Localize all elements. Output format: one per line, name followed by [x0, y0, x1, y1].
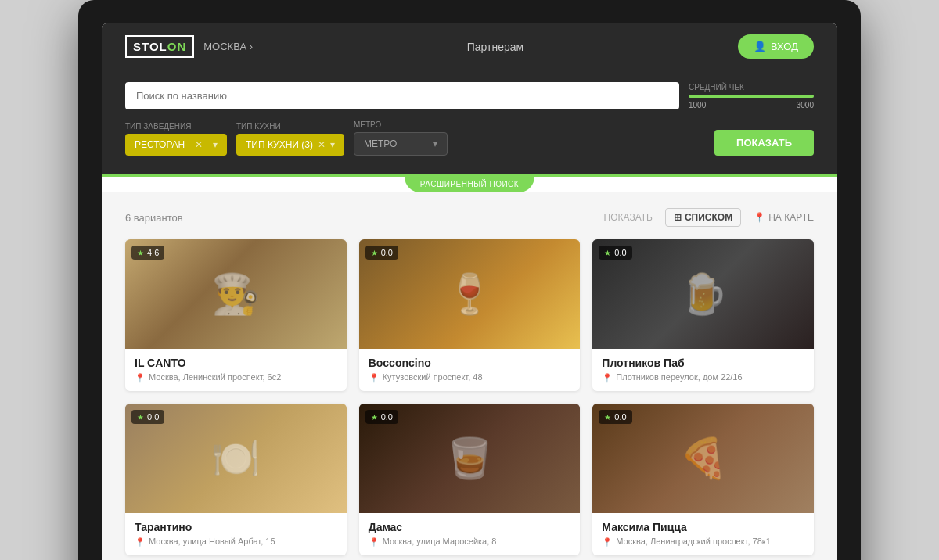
search-area: СРЕДНИЙ ЧЕК 1000 3000 ТИП ЗАВЕДЕНИЯ РЕСТ… — [102, 70, 837, 177]
map-pin-icon: 📍 — [754, 212, 765, 223]
card-info: Дамас 📍 Москва, улица Маросейка, 8 — [359, 513, 581, 555]
card-image-tarantino: 🍽️ ★ 0.0 — [125, 404, 347, 513]
card-damas[interactable]: 🥃 ★ 0.0 Дамас 📍 Москва, улица Маросейка,… — [359, 404, 581, 555]
price-max: 3000 — [797, 101, 814, 109]
filter-cuisine-group: ТИП КУХНИ ТИП КУХНИ (3) ✕ ▾ — [236, 122, 344, 156]
price-label: СРЕДНИЙ ЧЕК — [689, 83, 814, 92]
filter-type-label: ТИП ЗАВЕДЕНИЯ — [125, 122, 227, 131]
filter-metro-value: МЕТРО — [364, 138, 397, 149]
rating-value: 4.6 — [147, 248, 159, 257]
view-label: ПОКАЗАТЬ — [604, 212, 653, 223]
card-plotnikov[interactable]: 🍺 ★ 0.0 Плотников Паб 📍 Плотников переул… — [592, 239, 814, 391]
filter-cuisine-select[interactable]: ТИП КУХНИ (3) ✕ ▾ — [236, 134, 344, 156]
cards-grid: 👨‍🍳 ★ 4.6 IL CANTO 📍 Москва, Ленинский п… — [125, 239, 814, 555]
logo-area: STOLON МОСКВА › — [125, 35, 253, 58]
card-rating: ★ 0.0 — [599, 410, 631, 424]
card-info: Максима Пицца 📍 Москва, Ленинградский пр… — [592, 513, 814, 555]
nav-partners[interactable]: Партнерам — [467, 41, 523, 53]
filter-cuisine-clear[interactable]: ✕ — [318, 139, 326, 150]
card-info: IL CANTO 📍 Москва, Ленинский проспект, 6… — [125, 349, 347, 391]
address-text: Москва, Ленинский проспект, 6с2 — [149, 372, 281, 382]
results-count: 6 вариантов — [125, 212, 183, 224]
card-image-il-canto: 👨‍🍳 ★ 4.6 — [125, 239, 347, 349]
star-icon: ★ — [604, 413, 611, 422]
filter-type-select[interactable]: РЕСТОРАН ✕ ▾ — [125, 134, 227, 156]
card-info: Тарантино 📍 Москва, улица Новый Арбат, 1… — [125, 513, 347, 555]
card-tarantino[interactable]: 🍽️ ★ 0.0 Тарантино 📍 Москва, улица Новый… — [125, 404, 347, 555]
card-info: Bocconcino 📍 Кутузовский проспект, 48 — [359, 349, 581, 391]
card-rating: ★ 0.0 — [599, 246, 631, 260]
card-bocconcino[interactable]: 🍷 ★ 0.0 Bocconcino 📍 Кутузовский проспек… — [359, 239, 581, 391]
login-button[interactable]: 👤 ВХОД — [738, 34, 814, 59]
location-pin-icon: 📍 — [369, 373, 380, 383]
card-address: 📍 Москва, улица Новый Арбат, 15 — [135, 537, 337, 547]
results-header: 6 вариантов ПОКАЗАТЬ ⊞ СПИСКОМ 📍 НА КАРТ… — [125, 208, 814, 227]
view-map-label: НА КАРТЕ — [768, 212, 814, 223]
card-name: IL CANTO — [135, 357, 337, 369]
price-range-area: СРЕДНИЙ ЧЕК 1000 3000 — [689, 83, 814, 109]
filter-metro-select[interactable]: МЕТРО ▾ — [354, 132, 448, 156]
card-il-canto[interactable]: 👨‍🍳 ★ 4.6 IL CANTO 📍 Москва, Ленинский п… — [125, 239, 347, 391]
price-range-values: 1000 3000 — [689, 101, 814, 109]
card-rating: ★ 0.0 — [365, 410, 398, 424]
advanced-search-button[interactable]: РАСШИРЕННЫЙ ПОИСК — [405, 176, 534, 192]
card-address: 📍 Москва, Ленинский проспект, 6с2 — [135, 372, 337, 383]
card-name: Дамас — [369, 521, 571, 533]
card-info: Плотников Паб 📍 Плотников переулок, дом … — [592, 349, 814, 391]
rating-value: 0.0 — [614, 248, 626, 257]
filter-type-clear[interactable]: ✕ — [195, 139, 203, 150]
card-rating: ★ 0.0 — [365, 246, 398, 260]
login-label: ВХОД — [771, 41, 798, 52]
city-selector[interactable]: МОСКВА › — [203, 41, 253, 52]
price-min: 1000 — [689, 101, 706, 109]
chevron-down-icon-2: ▾ — [330, 139, 335, 150]
price-slider-track[interactable] — [689, 95, 814, 98]
card-maxima[interactable]: 🍕 ★ 0.0 Максима Пицца 📍 Москва, Ленингра… — [592, 404, 814, 555]
card-address: 📍 Кутузовский проспект, 48 — [369, 372, 571, 383]
card-name: Плотников Паб — [602, 357, 804, 369]
card-image-damas: 🥃 ★ 0.0 — [359, 404, 581, 513]
card-image-bocconcino: 🍷 ★ 0.0 — [359, 239, 581, 349]
star-icon: ★ — [371, 249, 378, 257]
address-text: Плотников переулок, дом 22/16 — [616, 372, 742, 382]
star-icon: ★ — [137, 413, 144, 422]
card-name: Тарантино — [135, 521, 337, 533]
address-text: Москва, улица Новый Арбат, 15 — [149, 537, 275, 546]
filter-type-group: ТИП ЗАВЕДЕНИЯ РЕСТОРАН ✕ ▾ — [125, 122, 227, 156]
address-text: Кутузовский проспект, 48 — [383, 372, 483, 382]
card-rating: ★ 4.6 — [131, 246, 164, 260]
card-address: 📍 Плотников переулок, дом 22/16 — [602, 372, 804, 383]
filter-metro-group: МЕТРО МЕТРО ▾ — [354, 120, 448, 156]
search-row-1: СРЕДНИЙ ЧЕК 1000 3000 — [125, 82, 814, 109]
star-icon: ★ — [604, 249, 611, 257]
view-list-button[interactable]: ⊞ СПИСКОМ — [665, 208, 741, 227]
star-icon: ★ — [137, 249, 144, 257]
location-pin-icon: 📍 — [135, 537, 146, 547]
card-image-plotnikov: 🍺 ★ 0.0 — [592, 239, 814, 349]
location-pin-icon: 📍 — [602, 537, 613, 547]
header: STOLON МОСКВА › Партнерам 👤 ВХОД — [102, 23, 837, 70]
laptop-frame: STOLON МОСКВА › Партнерам 👤 ВХОД СРЕДНИЙ… — [78, 0, 861, 560]
show-button[interactable]: ПОКАЗАТЬ — [714, 130, 814, 156]
view-toggle: ПОКАЗАТЬ ⊞ СПИСКОМ 📍 НА КАРТЕ — [604, 208, 814, 227]
rating-value: 0.0 — [381, 248, 393, 257]
logo[interactable]: STOLON — [125, 35, 194, 58]
card-address: 📍 Москва, Ленинградский проспект, 78к1 — [602, 537, 804, 547]
filter-type-value: РЕСТОРАН — [135, 139, 185, 150]
price-slider-fill — [689, 95, 814, 98]
address-text: Москва, Ленинградский проспект, 78к1 — [616, 537, 770, 546]
view-map-button[interactable]: 📍 НА КАРТЕ — [754, 212, 814, 223]
card-address: 📍 Москва, улица Маросейка, 8 — [369, 537, 571, 547]
rating-value: 0.0 — [147, 412, 159, 422]
address-text: Москва, улица Маросейка, 8 — [383, 537, 497, 546]
location-pin-icon: 📍 — [369, 537, 380, 547]
user-icon: 👤 — [754, 41, 766, 52]
filter-cuisine-label: ТИП КУХНИ — [236, 122, 344, 131]
chevron-down-icon: ▾ — [213, 139, 218, 150]
screen: STOLON МОСКВА › Партнерам 👤 ВХОД СРЕДНИЙ… — [102, 23, 837, 560]
view-list-label: СПИСКОМ — [685, 212, 732, 223]
star-icon: ★ — [371, 413, 378, 422]
filter-metro-label: МЕТРО — [354, 120, 448, 129]
logo-on: ON — [167, 40, 187, 53]
search-input[interactable] — [125, 82, 679, 109]
